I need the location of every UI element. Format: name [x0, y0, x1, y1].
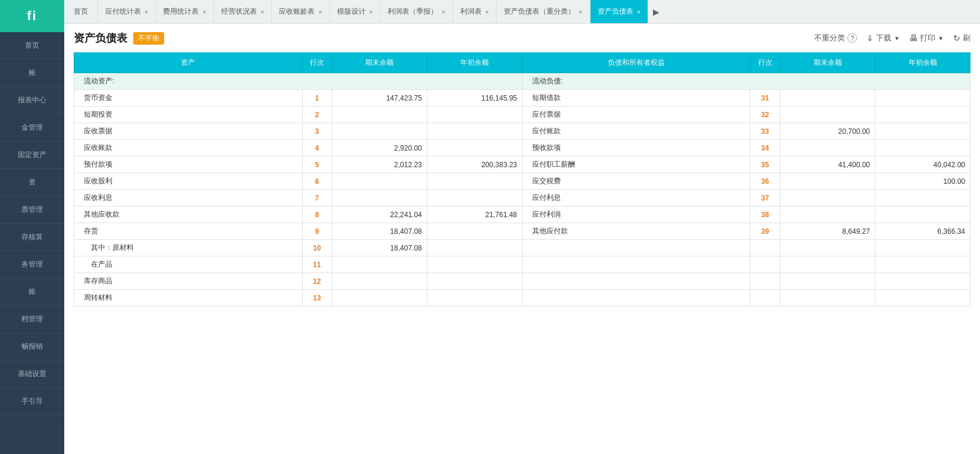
close-icon[interactable]: × — [260, 8, 264, 15]
left-row-num: 3 — [302, 123, 332, 140]
left-item-name: 应收利息 — [74, 190, 303, 206]
left-begin-amount — [427, 107, 522, 123]
print-button[interactable]: 🖶 打印 ▼ — [909, 33, 944, 43]
download-icon: ⇓ — [866, 33, 874, 43]
sidebar-item-expense[interactable]: 畅报销 — [0, 333, 64, 361]
right-row-num: 39 — [750, 223, 780, 240]
close-icon[interactable]: × — [485, 8, 489, 15]
left-end-amount: 2,920.00 — [332, 140, 427, 156]
sidebar-item-account[interactable]: 账 — [0, 60, 64, 87]
classify-toggle[interactable]: 不重分类 ? — [814, 33, 857, 43]
left-end-amount — [332, 256, 427, 273]
close-icon[interactable]: × — [579, 8, 582, 15]
right-begin-amount — [875, 206, 970, 223]
left-item-name: 应收账款 — [74, 140, 303, 156]
left-end-amount — [332, 107, 427, 123]
sidebar-item-home[interactable]: 首页 — [0, 32, 64, 60]
sidebar-item-settings[interactable]: 基础设置 — [0, 361, 64, 388]
col-header-end-right: 期末余额 — [780, 53, 875, 73]
left-begin-amount — [427, 240, 522, 256]
right-begin-amount: 6,366.34 — [875, 223, 970, 240]
tab-profit[interactable]: 利润表 × — [453, 0, 497, 23]
left-row-num: 1 — [302, 90, 332, 107]
right-row-num: 35 — [750, 156, 780, 173]
sidebar-item-capital[interactable]: 资 — [0, 169, 64, 196]
right-begin-amount — [875, 107, 970, 123]
right-end-amount — [780, 190, 875, 206]
right-end-amount — [780, 256, 875, 273]
table-row: 货币资金 1 147,423.75 116,145.95 短期借款 31 — [74, 90, 970, 107]
left-item-name: 预付款项 — [74, 156, 303, 173]
left-begin-amount — [427, 256, 522, 273]
right-begin-amount — [875, 123, 970, 140]
table-row: 应收账款 4 2,920.00 预收款项 34 — [74, 140, 970, 156]
right-row-num: 38 — [750, 206, 780, 223]
content-area: 资产负债表 不平衡 不重分类 ? ⇓ 下载 ▼ 🖶 打印 ▼ — [64, 24, 980, 454]
left-row-num: 4 — [302, 140, 332, 156]
table-row: 应收股利 6 应交税费 36 100.00 — [74, 173, 970, 190]
tab-business-status[interactable]: 经营状况表 × — [214, 0, 272, 23]
tab-profit-quarterly[interactable]: 利润表（季报） × — [381, 0, 453, 23]
close-icon[interactable]: × — [202, 8, 206, 15]
print-chevron-icon: ▼ — [938, 35, 944, 42]
close-icon[interactable]: × — [441, 8, 445, 15]
left-begin-amount: 21,761.48 — [427, 206, 522, 223]
left-row-num: 5 — [302, 156, 332, 173]
left-begin-amount — [427, 223, 522, 240]
close-icon[interactable]: × — [369, 8, 373, 15]
table-row: 其他应收款 8 22,241.04 21,761.48 应付利润 38 — [74, 206, 970, 223]
col-header-asset: 资产 — [74, 53, 303, 73]
sidebar-item-guide[interactable]: 手引导 — [0, 388, 64, 415]
right-end-amount — [780, 173, 875, 190]
sidebar-item-inventory[interactable]: 存核算 — [0, 224, 64, 251]
left-item-name: 应收票据 — [74, 123, 303, 140]
right-begin-amount: 100.00 — [875, 173, 970, 190]
right-end-amount — [780, 240, 875, 256]
right-item-name: 其他应付款 — [522, 223, 750, 240]
sidebar-item-archives[interactable]: 档管理 — [0, 306, 64, 333]
sidebar-item-tickets[interactable]: 票管理 — [0, 196, 64, 224]
close-icon[interactable]: × — [145, 8, 148, 15]
sidebar-logo: fi — [0, 0, 64, 32]
left-item-name: 短期投资 — [74, 107, 303, 123]
table-row: 其中：原材料 10 18,407.08 — [74, 240, 970, 256]
sidebar-item-fixedassets[interactable]: 固定资产 — [0, 142, 64, 169]
table-row: 预付款项 5 2,012.23 200,383.23 应付职工薪酬 35 41,… — [74, 156, 970, 173]
right-item-name: 应付职工薪酬 — [522, 156, 750, 173]
left-begin-amount: 116,145.95 — [427, 90, 522, 107]
left-item-name: 其他应收款 — [74, 206, 303, 223]
tab-template-design[interactable]: 模版设计 × — [330, 0, 381, 23]
close-icon[interactable]: × — [318, 8, 322, 15]
sidebar-item-ledger[interactable]: 账 — [0, 278, 64, 306]
help-icon[interactable]: ? — [847, 33, 857, 43]
sidebar-item-reports[interactable]: 报表中心 — [0, 87, 64, 114]
right-item-name: 应付利息 — [522, 190, 750, 206]
download-button[interactable]: ⇓ 下载 ▼ — [866, 33, 900, 43]
right-item-name — [522, 290, 750, 306]
right-item-name: 短期借款 — [522, 90, 750, 107]
right-begin-amount — [875, 290, 970, 306]
left-begin-amount — [427, 273, 522, 290]
right-end-amount — [780, 273, 875, 290]
tab-home[interactable]: 首页 — [64, 0, 98, 23]
sidebar: fi 首页 账 报表中心 金管理 固定资产 资 票管理 存核算 务管理 账 档管… — [0, 0, 64, 454]
close-icon[interactable]: × — [637, 8, 640, 15]
tab-balance-reclassified[interactable]: 资产负债表（重分类） × — [497, 0, 590, 23]
tab-receivable-aging[interactable]: 应收账龄表 × — [272, 0, 329, 23]
left-row-num: 12 — [302, 273, 332, 290]
tab-payable-stats[interactable]: 应付统计表 × — [98, 0, 156, 23]
toolbar-right: 不重分类 ? ⇓ 下载 ▼ 🖶 打印 ▼ ↻ 刷 — [814, 33, 970, 43]
sidebar-item-affairs[interactable]: 务管理 — [0, 251, 64, 278]
left-end-amount: 18,407.08 — [332, 240, 427, 256]
tab-balance[interactable]: 资产负债表 × — [590, 0, 648, 23]
table-row: 应收利息 7 应付利息 37 — [74, 190, 970, 206]
right-row-num — [750, 273, 780, 290]
left-item-name: 应收股利 — [74, 173, 303, 190]
sidebar-item-cashmanage[interactable]: 金管理 — [0, 114, 64, 142]
col-header-begin-left: 年初余额 — [427, 53, 522, 73]
tab-expense-stats[interactable]: 费用统计表 × — [156, 0, 213, 23]
refresh-button[interactable]: ↻ 刷 — [953, 33, 970, 43]
right-row-num: 31 — [750, 90, 780, 107]
tab-scroll-right-icon[interactable]: ▶ — [648, 7, 664, 17]
page-title-area: 资产负债表 不平衡 — [74, 31, 164, 45]
